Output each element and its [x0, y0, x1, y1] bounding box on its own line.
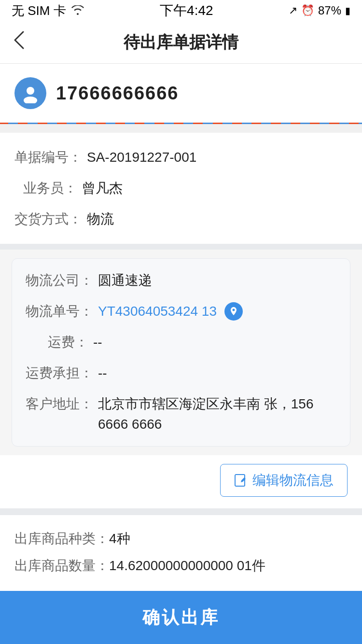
tracking-location-icon[interactable]: [224, 302, 243, 321]
confirm-outbound-label: 确认出库: [142, 606, 220, 630]
stats-section: 出库商品种类： 4种 出库商品数量： 14.62000000000000 01件: [0, 515, 362, 589]
order-number-value: SA-20191227-001: [87, 147, 348, 168]
delivery-method-label: 交货方式：: [14, 209, 87, 229]
main-content: 17666666666 单据编号： SA-20191227-001 业务员： 曾…: [0, 64, 362, 644]
logistics-company-label: 物流公司：: [26, 270, 98, 291]
logistics-tracking-value: YT43064053424 13: [98, 301, 217, 322]
order-number-row: 单据编号： SA-20191227-001: [14, 147, 348, 168]
address-value: 北京市市辖区海淀区永丰南 张，156 6666 6666: [98, 394, 336, 434]
logistics-info-section: 物流公司： 圆通速递 物流单号： YT43064053424 13 运费： --…: [12, 258, 350, 447]
status-time: 下午4:42: [160, 1, 213, 20]
page-title: 待出库单据详情: [124, 31, 238, 54]
logistics-company-value: 圆通速递: [98, 270, 336, 291]
divider-3: [0, 508, 362, 515]
freight-bearer-label: 运费承担：: [26, 363, 98, 383]
status-left: 无 SIM 卡: [12, 2, 84, 19]
status-bar: 无 SIM 卡 下午4:42 ↗ ⏰ 87% ▮: [0, 0, 362, 21]
wifi-icon: [71, 3, 84, 18]
freight-bearer-row: 运费承担： --: [26, 363, 336, 383]
delivery-method-value: 物流: [87, 209, 348, 229]
logistics-tracking-label: 物流单号：: [26, 301, 98, 322]
nav-bar: 待出库单据详情: [0, 21, 362, 64]
freight-row: 运费： --: [26, 332, 336, 352]
stats-type-row: 出库商品种类： 4种: [14, 530, 348, 548]
order-number-label: 单据编号：: [14, 147, 87, 168]
battery-icon: ▮: [345, 5, 350, 16]
confirm-outbound-button[interactable]: 确认出库: [0, 591, 362, 644]
divider-2: [0, 244, 362, 250]
address-label: 客户地址：: [26, 394, 98, 414]
svg-point-0: [27, 87, 34, 95]
edit-logistics-button[interactable]: 编辑物流信息: [220, 464, 348, 497]
edit-button-row: 编辑物流信息: [0, 455, 362, 508]
carrier-text: 无 SIM 卡: [12, 2, 66, 19]
delivery-method-row: 交货方式： 物流: [14, 209, 348, 229]
svg-point-1: [24, 97, 37, 103]
stats-quantity-value: 14.62000000000000 01件: [109, 557, 265, 575]
customer-phone: 17666666666: [56, 83, 179, 104]
alarm-icon: ⏰: [301, 4, 314, 17]
freight-label: 运费：: [26, 332, 93, 352]
salesman-value: 曾凡杰: [82, 178, 348, 198]
stats-quantity-row: 出库商品数量： 14.62000000000000 01件: [14, 557, 348, 575]
battery-text: 87%: [318, 4, 341, 17]
stats-type-label: 出库商品种类：: [14, 530, 109, 548]
tracking-value-container: YT43064053424 13: [98, 301, 243, 322]
stats-quantity-label: 出库商品数量：: [14, 557, 109, 575]
freight-bearer-value: --: [98, 363, 336, 383]
address-row: 客户地址： 北京市市辖区海淀区永丰南 张，156 6666 6666: [26, 394, 336, 434]
back-button[interactable]: [14, 31, 24, 54]
divider-1: [0, 124, 362, 133]
order-info-section: 单据编号： SA-20191227-001 业务员： 曾凡杰 交货方式： 物流: [0, 133, 362, 244]
location-status-icon: ↗: [289, 4, 297, 17]
status-right: ↗ ⏰ 87% ▮: [289, 4, 350, 17]
salesman-label: 业务员：: [14, 178, 82, 198]
avatar: [14, 77, 46, 109]
customer-header: 17666666666: [0, 64, 362, 124]
edit-logistics-label: 编辑物流信息: [252, 471, 334, 490]
freight-value: --: [93, 332, 336, 352]
logistics-company-row: 物流公司： 圆通速递: [26, 270, 336, 291]
logistics-tracking-row: 物流单号： YT43064053424 13: [26, 301, 336, 322]
stats-type-value: 4种: [109, 530, 130, 548]
salesman-row: 业务员： 曾凡杰: [14, 178, 348, 198]
